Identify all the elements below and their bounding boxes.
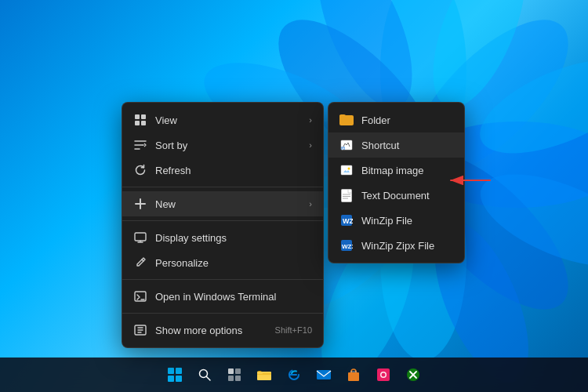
svg-rect-16 <box>135 114 140 119</box>
separator-1 <box>122 187 323 187</box>
menu-item-view[interactable]: View › <box>122 107 323 132</box>
separator-3 <box>122 279 323 280</box>
menu-item-new[interactable]: New › <box>122 191 323 216</box>
menu-label-new: New <box>155 198 176 210</box>
submenu-label-shortcut: Shortcut <box>361 140 399 151</box>
arrow-indicator <box>447 172 494 191</box>
taskbar-xbox-button[interactable] <box>401 362 426 387</box>
taskbar-photos-button[interactable] <box>371 362 396 387</box>
menu-item-display-settings[interactable]: Display settings <box>122 225 323 250</box>
svg-point-26 <box>348 168 350 170</box>
svg-rect-18 <box>135 121 140 125</box>
submenu-item-shortcut[interactable]: Shortcut <box>328 132 464 158</box>
taskbar-taskview-button[interactable] <box>222 362 247 387</box>
svg-rect-47 <box>350 371 357 372</box>
menu-item-sort-by[interactable]: Sort by › <box>122 132 323 158</box>
plus-icon <box>133 197 147 211</box>
menu-label-sort-by: Sort by <box>155 140 187 151</box>
taskbar-store-button[interactable] <box>341 362 366 387</box>
submenu-label-folder: Folder <box>361 114 390 126</box>
submenu-label-bitmap: Bitmap image <box>361 165 423 176</box>
taskbar-edge-button[interactable] <box>281 362 307 387</box>
windows-logo-icon <box>168 368 182 382</box>
svg-rect-25 <box>341 165 352 175</box>
grid-icon <box>133 113 147 127</box>
separator-4 <box>122 313 323 314</box>
taskbar <box>0 358 588 392</box>
arrow-icon-new: › <box>309 199 312 209</box>
task-view-icon <box>227 368 241 382</box>
winzip-icon: WZ <box>339 213 354 227</box>
photos-icon <box>376 368 390 382</box>
svg-rect-27 <box>342 189 352 201</box>
sort-icon <box>133 138 147 152</box>
submenu-item-winzip-zipx[interactable]: WZX WinZip Zipx File <box>328 233 464 258</box>
svg-line-38 <box>207 377 211 381</box>
svg-text:WZX: WZX <box>342 243 353 250</box>
text-doc-icon <box>339 188 354 202</box>
store-icon <box>347 368 361 382</box>
taskbar-start-button[interactable] <box>162 362 187 387</box>
svg-rect-19 <box>141 121 146 125</box>
desktop: View › Sort by › Refresh <box>0 0 588 392</box>
display-icon <box>133 230 147 245</box>
svg-rect-41 <box>228 376 234 381</box>
menu-item-refresh[interactable]: Refresh <box>122 158 323 183</box>
svg-rect-46 <box>348 372 359 381</box>
arrow-icon-view: › <box>309 115 312 125</box>
submenu-label-winzip-zipx: WinZip Zipx File <box>361 240 434 252</box>
svg-rect-42 <box>235 376 241 381</box>
menu-label-show-more: Show more options <box>155 325 242 336</box>
svg-rect-45 <box>317 370 331 379</box>
submenu-item-text-doc[interactable]: Text Document <box>328 183 464 208</box>
svg-rect-40 <box>235 368 241 374</box>
personalize-icon <box>133 256 147 270</box>
menu-label-view: View <box>155 114 177 126</box>
folder-icon <box>339 113 354 127</box>
menu-label-personalize: Personalize <box>155 257 209 269</box>
more-icon <box>133 323 147 337</box>
search-icon <box>198 368 212 382</box>
svg-rect-44 <box>257 372 263 374</box>
submenu-item-folder[interactable]: Folder <box>328 107 464 132</box>
menu-item-terminal[interactable]: Open in Windows Terminal <box>122 284 323 309</box>
submenu-label-text-doc: Text Document <box>361 190 430 201</box>
edge-icon <box>287 368 301 382</box>
submenu-item-winzip[interactable]: WZ WinZip File <box>328 208 464 233</box>
shortcut-label-show-more: Shift+F10 <box>275 325 312 335</box>
winzip-zipx-icon: WZX <box>339 238 354 252</box>
svg-rect-17 <box>141 114 146 119</box>
bitmap-icon <box>339 163 354 177</box>
svg-rect-20 <box>135 233 146 241</box>
taskbar-mail-button[interactable] <box>311 362 336 387</box>
menu-label-terminal: Open in Windows Terminal <box>155 291 276 303</box>
svg-text:WZ: WZ <box>343 217 353 225</box>
separator-2 <box>122 220 323 221</box>
menu-item-show-more[interactable]: Show more options Shift+F10 <box>122 318 323 343</box>
file-explorer-icon <box>256 368 272 381</box>
submenu-label-winzip: WinZip File <box>361 215 412 227</box>
submenu-item-bitmap[interactable]: Bitmap image <box>328 158 464 183</box>
taskbar-explorer-button[interactable] <box>252 362 277 387</box>
svg-point-50 <box>382 373 386 377</box>
context-menu: View › Sort by › Refresh <box>122 102 324 348</box>
refresh-icon <box>133 163 147 177</box>
shortcut-icon <box>339 138 354 152</box>
submenu-new: Folder Shortcut <box>328 102 465 263</box>
menu-label-refresh: Refresh <box>155 165 191 176</box>
arrow-icon-sort: › <box>309 140 312 150</box>
terminal-icon <box>133 289 147 303</box>
taskbar-search-button[interactable] <box>192 362 217 387</box>
menu-label-display-settings: Display settings <box>155 232 227 244</box>
mail-icon <box>316 368 332 381</box>
xbox-icon <box>406 368 420 382</box>
svg-rect-39 <box>228 368 234 374</box>
menu-item-personalize[interactable]: Personalize <box>122 250 323 275</box>
